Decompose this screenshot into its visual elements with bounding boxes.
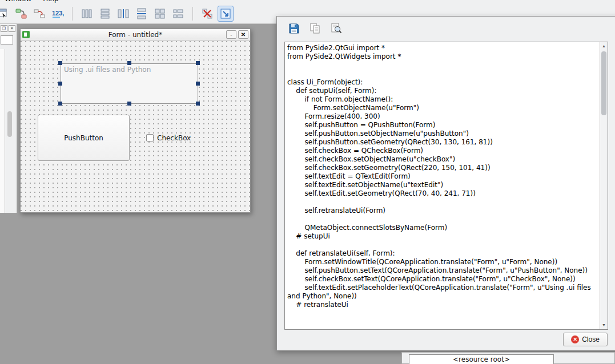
scroll-down-icon[interactable]: ▼ — [600, 321, 608, 329]
copy-glyph — [308, 22, 322, 35]
selection-handle-bottom-right[interactable] — [196, 102, 200, 106]
edit-buddies-icon[interactable] — [31, 6, 47, 22]
selection-handle-top-mid[interactable] — [127, 61, 131, 65]
adjust-size-icon[interactable] — [218, 6, 234, 22]
close-circle-icon: ✕ — [571, 335, 579, 343]
edit-buddies-glyph — [33, 7, 46, 20]
lay-out-horizontally-glyph — [81, 7, 93, 20]
qt-designer-window: Window Help — [0, 0, 615, 364]
checkbox-indicator[interactable] — [146, 134, 154, 141]
checkbox-widget[interactable]: CheckBox — [146, 126, 204, 149]
find-glyph — [329, 22, 343, 35]
code-dialog-toolbar — [277, 17, 615, 36]
code-text-area[interactable]: from PySide2.QtGui import * from PySide2… — [284, 42, 608, 330]
dock-filter-field[interactable] — [1, 35, 13, 45]
break-layout-icon[interactable] — [199, 6, 215, 22]
close-button-label: Close — [582, 335, 600, 343]
resource-root-item[interactable]: <resource root> — [409, 354, 554, 364]
dock-buttons: ❐ ✕ — [1, 25, 15, 32]
left-dock-panel: ❐ ✕ — [0, 24, 17, 213]
lay-out-horizontal-splitter-icon[interactable] — [115, 6, 131, 22]
lay-out-vertically-icon[interactable] — [97, 6, 113, 22]
pushbutton-widget[interactable]: PushButton — [38, 115, 130, 161]
form-canvas[interactable]: Using .ui files and Python PushButton Ch… — [21, 41, 250, 212]
close-button[interactable]: ✕ — [238, 30, 248, 39]
svg-text:123,: 123, — [52, 10, 64, 17]
scrollbar-thumb[interactable] — [601, 51, 606, 115]
dock-scrollbar-thumb[interactable] — [7, 111, 12, 137]
lay-out-vertical-splitter-glyph — [135, 7, 148, 20]
toolbar-separator — [72, 7, 73, 21]
edit-signals-slots-icon[interactable] — [13, 6, 29, 22]
checkbox-label: CheckBox — [157, 134, 191, 142]
form-editor-window: Form - untitled* - ✕ Using .ui files and… — [20, 29, 251, 213]
menu-window[interactable]: Window — [5, 0, 31, 3]
edit-tab-order-glyph: 123, — [51, 7, 65, 20]
selection-handle-top-right[interactable] — [196, 61, 200, 65]
save-icon[interactable] — [287, 21, 302, 36]
selection-handle-mid-left[interactable] — [58, 82, 62, 86]
lay-out-form-layout-icon[interactable] — [170, 6, 186, 22]
edit-signals-slots-glyph — [15, 7, 27, 20]
toolbar-separator — [192, 7, 193, 21]
minimize-button[interactable]: - — [226, 30, 236, 39]
dock-restore-icon[interactable]: ❐ — [1, 25, 7, 32]
resource-browser-panel: <resource root> — [401, 352, 615, 364]
adjust-size-glyph — [219, 7, 232, 20]
find-icon[interactable] — [329, 21, 344, 36]
break-layout-glyph — [201, 7, 214, 20]
dock-close-icon[interactable]: ✕ — [9, 25, 15, 32]
scroll-up-icon[interactable]: ▲ — [600, 42, 608, 50]
lay-out-horizontally-icon[interactable] — [79, 6, 95, 22]
copy-icon[interactable] — [308, 21, 323, 36]
textedit-widget[interactable]: Using .ui files and Python — [61, 63, 198, 104]
selection-handle-bottom-left[interactable] — [58, 102, 62, 106]
save-glyph — [287, 22, 301, 35]
view-code-dialog: from PySide2.QtGui import * from PySide2… — [276, 16, 615, 351]
lay-out-horizontal-splitter-glyph — [117, 7, 130, 20]
code-scrollbar[interactable]: ▲ ▼ — [600, 42, 608, 329]
lay-out-grid-glyph — [154, 7, 166, 20]
edit-tab-order-icon[interactable]: 123, — [50, 6, 66, 22]
selection-handle-mid-right[interactable] — [196, 82, 200, 86]
menu-help[interactable]: Help — [43, 0, 58, 3]
close-dialog-button[interactable]: ✕ Close — [563, 333, 608, 346]
lay-out-grid-icon[interactable] — [152, 6, 168, 22]
code-text: from PySide2.QtGui import * from PySide2… — [285, 42, 600, 311]
selection-handle-top-left[interactable] — [58, 61, 62, 65]
lay-out-vertical-splitter-icon[interactable] — [134, 6, 150, 22]
form-window-titlebar[interactable]: Form - untitled* - ✕ — [21, 29, 250, 41]
lay-out-form-layout-glyph — [172, 7, 184, 20]
form-window-title: Form - untitled* — [21, 31, 250, 39]
selection-handle-bottom-mid[interactable] — [127, 102, 131, 106]
widgetbox-edge — [0, 49, 5, 213]
edit-widgets-icon[interactable] — [0, 6, 11, 22]
lay-out-vertically-glyph — [99, 7, 111, 20]
edit-widgets-glyph — [0, 7, 9, 20]
